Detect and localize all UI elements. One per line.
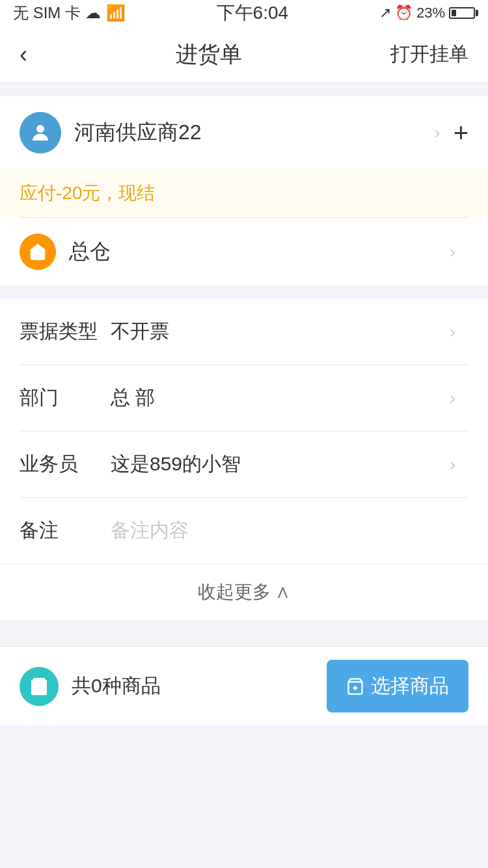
collapse-row[interactable]: 收起更多 ∧ <box>0 563 488 620</box>
supplier-chevron-icon: › <box>434 122 440 143</box>
nav-bar: ‹ 进货单 打开挂单 <box>0 26 488 83</box>
remark-label: 备注 <box>20 517 111 544</box>
status-left: 无 SIM 卡 ☁ 📶 <box>13 3 126 23</box>
remark-row[interactable]: 备注 备注内容 <box>0 498 488 563</box>
battery-percent: 23% <box>416 5 445 21</box>
form-section: 票据类型 不开票 › 部门 总 部 › 业务员 这是859的小智 › 备注 备注… <box>0 299 488 620</box>
salesperson-label: 业务员 <box>20 451 111 478</box>
warehouse-row[interactable]: 总仓 › <box>0 218 488 286</box>
supplier-name: 河南供应商22 <box>74 118 434 147</box>
warehouse-icon <box>20 234 56 270</box>
section-divider-1 <box>0 83 488 96</box>
bottom-bar: 共0种商品 选择商品 <box>0 646 488 726</box>
status-right: ↗ ⏰ 23% <box>379 5 475 21</box>
warehouse-name: 总仓 <box>69 237 450 266</box>
add-supplier-button[interactable]: + <box>454 118 468 148</box>
battery-icon <box>449 7 475 19</box>
supplier-row[interactable]: 河南供应商22 › + <box>0 96 488 169</box>
salesperson-row[interactable]: 业务员 这是859的小智 › <box>0 431 488 497</box>
supplier-section: 河南供应商22 › + 应付-20元，现结 总仓 › <box>0 96 488 286</box>
location-icon: ↗ <box>379 5 391 21</box>
open-pending-button[interactable]: 打开挂单 <box>390 41 468 68</box>
section-divider-2 <box>0 286 488 299</box>
department-row[interactable]: 部门 总 部 › <box>0 365 488 431</box>
svg-point-0 <box>36 125 44 133</box>
invoice-type-row[interactable]: 票据类型 不开票 › <box>0 299 488 364</box>
section-divider-3 <box>0 620 488 633</box>
status-bar: 无 SIM 卡 ☁ 📶 下午6:04 ↗ ⏰ 23% <box>0 0 488 26</box>
status-time: 下午6:04 <box>217 1 289 25</box>
page-title: 进货单 <box>176 40 242 70</box>
back-button[interactable]: ‹ <box>20 41 27 68</box>
department-label: 部门 <box>20 385 111 411</box>
sim-status: 无 SIM 卡 ☁ <box>13 3 101 23</box>
invoice-type-value: 不开票 <box>111 318 450 345</box>
remark-input[interactable]: 备注内容 <box>111 517 468 544</box>
collapse-button[interactable]: 收起更多 ∧ <box>198 580 291 604</box>
product-icon <box>20 667 59 706</box>
page-background <box>0 726 488 868</box>
department-value: 总 部 <box>111 385 450 411</box>
product-count: 共0种商品 <box>72 673 327 699</box>
select-product-label: 选择商品 <box>371 673 449 699</box>
invoice-type-label: 票据类型 <box>20 318 111 345</box>
notice-bar: 应付-20元，现结 <box>0 169 488 217</box>
department-chevron-icon: › <box>450 388 455 409</box>
alarm-icon: ⏰ <box>395 5 413 21</box>
salesperson-value: 这是859的小智 <box>111 451 450 478</box>
select-product-button[interactable]: 选择商品 <box>327 660 468 712</box>
salesperson-chevron-icon: › <box>450 454 455 475</box>
wifi-icon: 📶 <box>106 4 126 22</box>
invoice-type-chevron-icon: › <box>450 321 455 342</box>
warehouse-chevron-icon: › <box>450 241 455 262</box>
supplier-avatar <box>20 112 61 154</box>
